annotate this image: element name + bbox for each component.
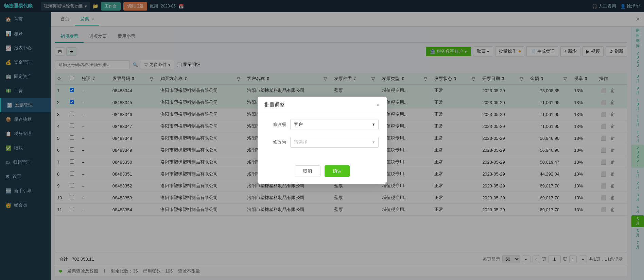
modal-value-row: 修改为 请选择 ▾ — [266, 137, 379, 148]
modal-field-row: 修改项 客户 ▾ — [266, 119, 379, 130]
modal-cancel-btn[interactable]: 取消 — [295, 165, 320, 177]
modal-body: 修改项 客户 ▾ 修改为 请选择 ▾ — [258, 112, 387, 161]
modal-field-value: 客户 — [294, 121, 303, 128]
modal-field-label: 修改项 — [266, 121, 286, 128]
modal-footer: 取消 确认 — [258, 161, 387, 184]
modal-value-placeholder: 请选择 — [294, 139, 307, 145]
modal-overlay[interactable]: 批量调整 × 修改项 客户 ▾ 修改为 请选择 ▾ 取消 确认 — [0, 0, 644, 280]
modal-title: 批量调整 — [264, 102, 285, 108]
modal-value-select[interactable]: 请选择 ▾ — [290, 137, 379, 148]
modal-confirm-btn[interactable]: 确认 — [325, 165, 350, 177]
batch-adjust-modal: 批量调整 × 修改项 客户 ▾ 修改为 请选择 ▾ 取消 确认 — [258, 97, 387, 184]
modal-header: 批量调整 × — [258, 97, 387, 112]
modal-value-label: 修改为 — [266, 139, 286, 145]
field-dropdown-icon: ▾ — [372, 122, 375, 127]
modal-close-btn[interactable]: × — [376, 101, 380, 109]
value-dropdown-icon: ▾ — [372, 139, 375, 145]
modal-field-select[interactable]: 客户 ▾ — [290, 119, 379, 130]
